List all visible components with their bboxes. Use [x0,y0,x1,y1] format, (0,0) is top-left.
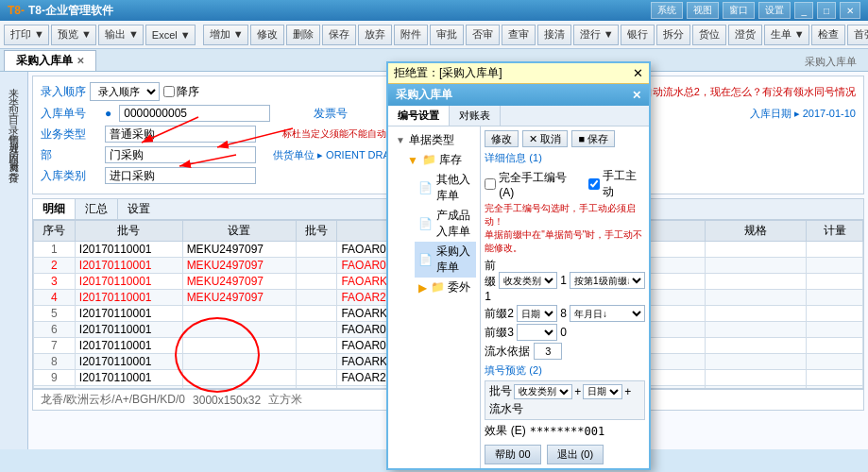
save-config-btn[interactable]: ■ 保存 [571,130,615,147]
cell-unit [807,354,863,370]
prefix2-select[interactable]: 日期 [517,305,557,322]
sidebar-item-2[interactable]: 类 [5,85,23,93]
business-type-input[interactable] [105,126,256,143]
sidebar-item-inventory[interactable]: 货存 [5,160,23,168]
cell-spec [705,242,807,258]
popup-close-icon[interactable]: ✕ [632,89,641,102]
effect-value: ********001 [530,425,604,438]
check-approve-btn[interactable]: 查审 [502,25,536,45]
tab-purchase-receipt[interactable]: 采购入库单 ✕ [4,50,96,71]
order-select[interactable]: 录入顺序 [90,82,160,101]
checkbox-full-manual[interactable]: 完全手工编号 (A) 手工主动 [485,168,645,200]
tab-close-icon[interactable]: ✕ [77,56,84,66]
cell-seq: 7 [34,338,76,354]
sidebar-item-reason[interactable]: 原因 [5,142,23,149]
cell-spec [705,306,807,322]
gen-order-btn[interactable]: 生单 ▼ [764,25,809,45]
tree-product-receipt[interactable]: 📄 产成品入库单 [415,206,476,242]
save-btn[interactable]: 保存 [322,25,356,45]
cell-spec [705,338,807,354]
modify-btn[interactable]: 修改 [250,25,284,45]
print-btn[interactable]: 打印 ▼ [4,25,49,45]
dept-input[interactable] [105,146,256,163]
cell-device: MEKU2497097 [182,242,296,258]
window-menu-btn[interactable]: 窗口 [723,2,755,19]
tab-number-settings[interactable]: 编号设置 [388,106,450,126]
bank-btn[interactable]: 银行 [621,25,655,45]
goods-btn[interactable]: 澄货 [728,25,762,45]
popup-tabs: 编号设置 对账表 [388,106,649,126]
tree-root[interactable]: ▼ 单据类型 [392,130,476,150]
approve-btn[interactable]: 审批 [430,25,464,45]
prefix1-extra-select[interactable]: 按第1级前缀↓ [570,272,645,289]
prefix1-select[interactable]: 收发类别 [499,272,557,289]
sidebar-item-process[interactable]: 处理方 [6,132,23,140]
category-input[interactable] [105,167,256,184]
help-button[interactable]: 帮助 00 [485,445,540,464]
sidebar-item-3[interactable]: 型 [5,94,23,102]
close-btn[interactable]: ✕ [840,2,860,19]
run-btn[interactable]: 澄行 ▼ [573,25,619,45]
inspect-btn[interactable]: 检查 [811,25,845,45]
sidebar-item-5[interactable]: 录 [5,113,23,121]
prefix2-label: 前缀2 [485,306,514,322]
sys-menu-btn[interactable]: 系统 [651,2,683,19]
discard-btn[interactable]: 放弃 [358,25,392,45]
app-title: T8-企业管理软件 [28,3,113,19]
config-note1: 完全手工编号勾选时，手工动必须启动！单据前缀中在"单据简号"时，手工动不能修改。 [485,202,645,255]
attach-btn[interactable]: 附件 [394,25,428,45]
cell-batch2 [296,338,337,354]
flow-depth-input[interactable] [534,343,562,360]
view-menu-btn[interactable]: 视图 [687,2,719,19]
prefix3-select[interactable] [517,324,557,341]
tree-purchase-receipt[interactable]: 📄 采购入库单 [415,242,476,278]
popup-hint-close[interactable]: ✕ [633,66,643,80]
modify-config-btn[interactable]: 修改 [485,130,519,147]
desc-order-checkbox[interactable] [163,86,175,97]
tab-details[interactable]: 明细 [33,199,76,219]
settings-menu-btn[interactable]: 设置 [758,2,791,19]
sidebar-item-map[interactable]: 类对照 [6,151,23,159]
config-toolbar: 修改 ✕ 取消 ■ 保存 [485,130,645,147]
tree-outsource[interactable]: ▶ 📁 委外 [415,278,476,297]
preview-btn[interactable]: 预览 ▼ [51,25,96,45]
tree-inventory[interactable]: ▼ 📁 库存 [403,150,476,170]
unapprove-btn[interactable]: 否审 [466,25,500,45]
prefix1-num: 1 [560,274,567,287]
first-btn[interactable]: 首张 [847,25,868,45]
sidebar-item-1[interactable]: 来 [5,76,23,83]
minimize-btn[interactable]: _ [794,2,813,19]
prefix2-extra-select[interactable]: 年月日↓ [570,305,645,322]
main-toolbar: 打印 ▼ 预览 ▼ 输出 ▼ Excel ▼ 增加 ▼ 修改 删除 保存 放弃 … [0,21,868,49]
split-btn[interactable]: 拆分 [656,25,690,45]
cell-batch: I20170110001 [75,322,182,338]
add-btn[interactable]: 增加 ▼ [203,25,248,45]
delete-btn[interactable]: 删除 [286,25,320,45]
detail-info-label: 详细信息 (1) [485,151,645,165]
location-btn[interactable]: 货位 [692,25,726,45]
cancel-config-btn[interactable]: ✕ 取消 [522,130,568,147]
sidebar-item-sales[interactable]: 销售 [5,123,23,130]
tree-outsource-label: 📁 委外 [431,279,470,295]
preview-category-select[interactable]: 收发类别 [514,384,572,399]
prefix2-row: 前缀2 日期 8 年月日↓ [485,305,645,322]
order-label: 录入顺序 [41,84,86,100]
excel-btn[interactable]: Excel ▼ [145,25,196,45]
maximize-btn[interactable]: □ [817,2,836,19]
tab-summary[interactable]: 汇总 [76,199,118,219]
full-manual-cb[interactable] [485,178,496,190]
tree-other-receipt[interactable]: 📄 其他入库单 [415,170,476,206]
invoice-no-input[interactable] [119,105,270,122]
manual-active-cb[interactable] [588,178,600,190]
preview-date-select[interactable]: 日期 [583,384,622,399]
status-text: 龙香/欧洲云杉/A+/BGH/KD/0 [41,392,185,408]
effect-row: 效果 (E) ********001 [485,423,645,439]
output-btn[interactable]: 输出 ▼ [98,25,144,45]
sidebar-item-4[interactable]: 目 [5,104,23,111]
tab-account-table[interactable]: 对账表 [450,106,501,126]
exit-button[interactable]: 退出 (0) [547,445,604,464]
cell-batch: I20170110001 [75,242,182,258]
tab-device[interactable]: 设置 [118,199,160,219]
clear-btn[interactable]: 接清 [537,25,571,45]
cell-spec [705,354,807,370]
